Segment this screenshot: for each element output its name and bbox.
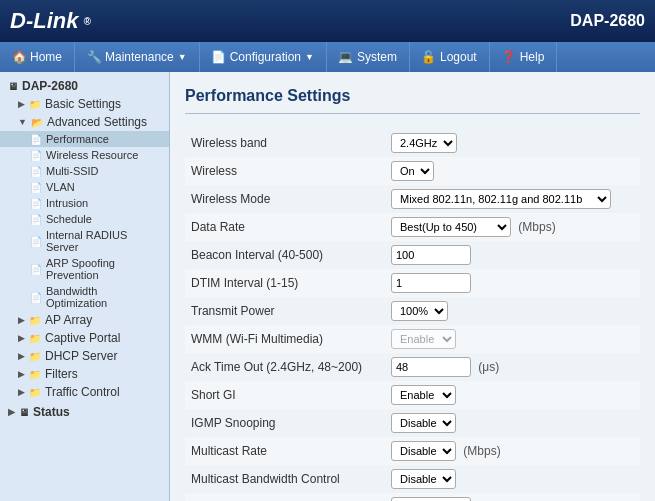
row-transmit-power: Transmit Power 100%75%50%25% [185,297,640,325]
select-igmp[interactable]: DisableEnable [391,413,456,433]
nav-maintenance[interactable]: 🔧 Maintenance ▼ [75,42,200,72]
input-ack-timeout[interactable] [391,357,471,377]
select-short-gi[interactable]: EnableDisable [391,385,456,405]
folder-icon: 📁 [29,99,41,110]
header: D-Link® DAP-2680 [0,0,655,42]
row-ack-timeout: Ack Time Out (2.4GHz, 48~200) (μs) [185,353,640,381]
nav-system[interactable]: 💻 System [327,42,410,72]
sidebar-item-label: DAP-2680 [22,79,78,93]
sidebar-label-basic: Basic Settings [45,97,121,111]
row-wireless-band: Wireless band 2.4GHz5GHz [185,129,640,157]
expand-icon2: ▼ [18,117,27,127]
doc-icon-arp: 📄 [30,264,42,275]
sidebar-label-intrusion: Intrusion [46,197,88,209]
sidebar-label-wireless-resource: Wireless Resource [46,149,138,161]
sidebar-item-performance[interactable]: 📄 Performance [0,131,169,147]
expand-icon5: ▶ [18,351,25,361]
expand-icon8: ▶ [8,407,15,417]
row-max-multicast-bw: Maximum Multicast Bandwidth kbps [185,493,640,501]
input-dtim[interactable] [391,273,471,293]
select-transmit-power[interactable]: 100%75%50%25% [391,301,448,321]
nav-maintenance-label: Maintenance [105,50,174,64]
label-multicast-rate: Multicast Rate [185,437,385,465]
sidebar-item-radius[interactable]: 📄 Internal RADIUS Server [0,227,169,255]
sidebar-item-schedule[interactable]: 📄 Schedule [0,211,169,227]
select-wireless-mode[interactable]: Mixed 802.11n, 802.11g and 802.11b 802.1… [391,189,611,209]
expand-icon7: ▶ [18,387,25,397]
sidebar-label-bandwidth: Bandwidth Optimization [46,285,161,309]
row-wmm: WMM (Wi-Fi Multimedia) EnableDisable [185,325,640,353]
sidebar-item-ap-array[interactable]: ▶ 📁 AP Array [0,311,169,329]
input-max-multicast-bw[interactable] [391,497,471,501]
sidebar-item-bandwidth[interactable]: 📄 Bandwidth Optimization [0,283,169,311]
sidebar-item-vlan[interactable]: 📄 VLAN [0,179,169,195]
logo: D-Link® [10,8,91,34]
doc-icon-bw: 📄 [30,292,42,303]
nav-logout[interactable]: 🔓 Logout [410,42,490,72]
folder-icon8: 🖥 [19,407,29,418]
sidebar-item-filters[interactable]: ▶ 📁 Filters [0,365,169,383]
select-wmm[interactable]: EnableDisable [391,329,456,349]
sidebar-label-arp: ARP Spoofing Prevention [46,257,161,281]
select-multicast-bw[interactable]: DisableEnable [391,469,456,489]
sidebar-label-advanced: Advanced Settings [47,115,147,129]
help-icon: ❓ [502,50,516,64]
sidebar-item-advanced-settings[interactable]: ▼ 📂 Advanced Settings [0,113,169,131]
label-wireless-band: Wireless band [185,129,385,157]
folder-icon2: 📂 [31,117,43,128]
sidebar-label-performance: Performance [46,133,109,145]
row-multicast-bw: Multicast Bandwidth Control DisableEnabl… [185,465,640,493]
sidebar-item-arp[interactable]: 📄 ARP Spoofing Prevention [0,255,169,283]
select-multicast-rate[interactable]: Disable6912 [391,441,456,461]
sidebar-label-dhcp: DHCP Server [45,349,117,363]
nav-help-label: Help [520,50,545,64]
unit-ack: (μs) [478,360,499,374]
folder-icon5: 📁 [29,351,41,362]
sidebar-item-traffic[interactable]: ▶ 📁 Traffic Control [0,383,169,401]
label-wmm: WMM (Wi-Fi Multimedia) [185,325,385,353]
sidebar-label-filters: Filters [45,367,78,381]
nav-help[interactable]: ❓ Help [490,42,558,72]
folder-icon6: 📁 [29,369,41,380]
sidebar-item-intrusion[interactable]: 📄 Intrusion [0,195,169,211]
select-wireless[interactable]: OnOff [391,161,434,181]
sidebar-label-status: Status [33,405,70,419]
nav-configuration[interactable]: 📄 Configuration ▼ [200,42,327,72]
nav-logout-label: Logout [440,50,477,64]
sidebar-item-captive-portal[interactable]: ▶ 📁 Captive Portal [0,329,169,347]
select-data-rate[interactable]: Best(Up to 450)12 [391,217,511,237]
input-beacon[interactable] [391,245,471,265]
label-transmit-power: Transmit Power [185,297,385,325]
doc-icon-intrusion: 📄 [30,198,42,209]
unit-data-rate: (Mbps) [518,220,555,234]
navbar: 🏠 Home 🔧 Maintenance ▼ 📄 Configuration ▼… [0,42,655,72]
expand-icon4: ▶ [18,333,25,343]
home-icon: 🏠 [12,50,26,64]
sidebar-item-dhcp[interactable]: ▶ 📁 DHCP Server [0,347,169,365]
sidebar-item-basic-settings[interactable]: ▶ 📁 Basic Settings [0,95,169,113]
label-beacon: Beacon Interval (40-500) [185,241,385,269]
sidebar-item-multi-ssid[interactable]: 📄 Multi-SSID [0,163,169,179]
expand-icon3: ▶ [18,315,25,325]
row-wireless: Wireless OnOff [185,157,640,185]
sidebar-label-vlan: VLAN [46,181,75,193]
settings-form: Wireless band 2.4GHz5GHz Wireless OnOff … [185,129,640,501]
sidebar-label-schedule: Schedule [46,213,92,225]
sidebar-item-dap2680[interactable]: 🖥 DAP-2680 [0,77,169,95]
row-wireless-mode: Wireless Mode Mixed 802.11n, 802.11g and… [185,185,640,213]
content-area: Performance Settings Wireless band 2.4GH… [170,72,655,501]
label-data-rate: Data Rate [185,213,385,241]
nav-home[interactable]: 🏠 Home [0,42,75,72]
nav-home-label: Home [30,50,62,64]
doc-icon-wireless: 📄 [30,150,42,161]
sidebar-item-wireless-resource[interactable]: 📄 Wireless Resource [0,147,169,163]
sidebar-label-traffic: Traffic Control [45,385,120,399]
select-wireless-band[interactable]: 2.4GHz5GHz [391,133,457,153]
folder-icon3: 📁 [29,315,41,326]
maintenance-icon: 🔧 [87,50,101,64]
nav-system-label: System [357,50,397,64]
sidebar-item-status[interactable]: ▶ 🖥 Status [0,403,169,421]
logo-text: D-Link [10,8,78,34]
expand-icon: ▶ [18,99,25,109]
label-wireless: Wireless [185,157,385,185]
